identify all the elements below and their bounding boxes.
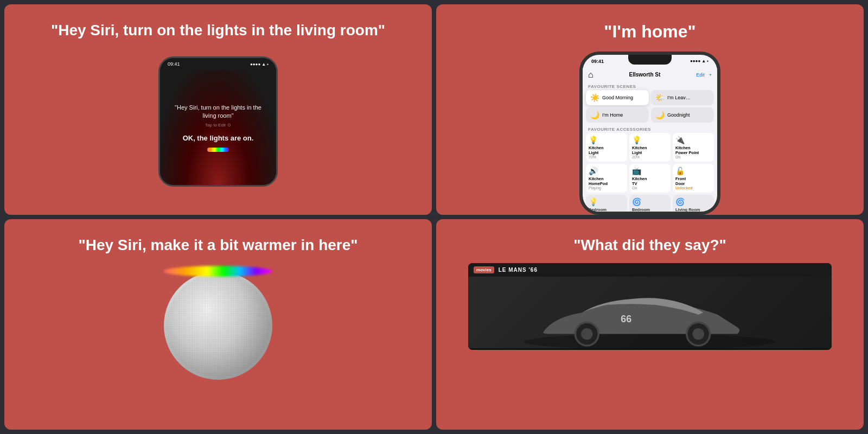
- homepod-quote: "Hey Siri, make it a bit warmer in here": [46, 235, 390, 255]
- acc-kitchen-light-1[interactable]: 💡 KitchenLight 70%: [586, 133, 627, 162]
- homepod-body: [164, 271, 272, 380]
- location-title: Ellsworth St: [629, 72, 661, 78]
- acc-power-icon: 🔌: [675, 136, 711, 144]
- scene-leaving-label: I'm Leav…: [667, 95, 691, 100]
- acc-kitchen-homepod[interactable]: 🔊 KitchenHomePod Playing: [586, 164, 627, 193]
- iphone-home-mockup: 09:41 ●●●● ▲ ▪ ⌂ Ellsworth St Edit +: [579, 52, 720, 215]
- acc-bedroom-light[interactable]: 💡 BedroomLight 2 Off: [586, 195, 627, 212]
- panel-homepod: "Hey Siri, make it a bit warmer in here": [4, 219, 432, 430]
- movie-screen: movies LE MANS '66 66: [468, 263, 832, 350]
- wifi-icon: ▲: [261, 62, 266, 67]
- svg-point-2: [581, 328, 592, 340]
- right-column: "I'm home" 09:41 ●●●● ▲ ▪ ⌂ Ellsworth St…: [436, 4, 864, 430]
- battery-icon: ▪: [267, 62, 269, 67]
- panel-what-say: "What did they say?" movies LE MANS '66 …: [436, 219, 864, 430]
- scenes-grid: ☀️ Good Morning 🌤️ I'm Leav… 🌙 I'm Home …: [583, 90, 717, 123]
- siri-time: 09:41: [168, 61, 180, 67]
- scene-home-label: I'm Home: [602, 112, 623, 118]
- scene-moon-icon: 🌙: [590, 111, 599, 119]
- scene-moon2-icon: 🌙: [655, 111, 665, 119]
- home-time: 09:41: [591, 59, 604, 64]
- svg-point-4: [693, 328, 704, 340]
- siri-lights-quote: "Hey Siri, turn on the lights in the liv…: [18, 21, 418, 40]
- home-icon[interactable]: ⌂: [588, 70, 593, 80]
- scene-goodnight[interactable]: 🌙 Goodnight: [651, 107, 714, 123]
- scene-goodnight-label: Goodnight: [667, 112, 690, 118]
- scene-cloud-icon: 🌤️: [655, 93, 665, 102]
- acc-bulb-icon-3: 💡: [589, 197, 624, 206]
- scene-sun-icon: ☀️: [590, 93, 599, 102]
- acc-speaker-icon: 🔊: [589, 167, 624, 175]
- acc-kitchen-power[interactable]: 🔌 KitchenPower Point On: [673, 133, 714, 162]
- acc-livingroom-fan[interactable]: 🌀 Living RoomFan On: [673, 195, 714, 212]
- movies-badge: movies: [474, 266, 494, 273]
- homepod-illustration: [164, 266, 272, 380]
- scene-good-morning-label: Good Morning: [602, 95, 633, 100]
- iphone-siri-mockup: 09:41 ●●●● ▲ ▪ "Hey Siri, turn on the li…: [158, 56, 278, 187]
- homepod-ring: [164, 266, 272, 277]
- signal-icon: ●●●●: [250, 62, 260, 67]
- siri-screen: "Hey Siri, turn on the lights in the liv…: [160, 70, 276, 185]
- acc-bulb-icon-1: 💡: [589, 136, 624, 144]
- scene-im-home[interactable]: 🌙 I'm Home: [586, 107, 649, 123]
- scene-im-leaving[interactable]: 🌤️ I'm Leav…: [651, 90, 714, 105]
- acc-bedroom-fan[interactable]: 🌀 BedroomFan Off Off: [629, 195, 671, 212]
- panel-imhome: "I'm home" 09:41 ●●●● ▲ ▪ ⌂ Ellsworth St…: [436, 4, 864, 215]
- siri-transcript: "Hey Siri, turn on the lights in the liv…: [169, 104, 267, 120]
- acc-kitchen-light-2[interactable]: 💡 KitchenLight 20%: [629, 133, 671, 162]
- what-say-quote: "What did they say?": [552, 235, 748, 255]
- scene-good-morning[interactable]: ☀️ Good Morning: [586, 90, 649, 105]
- accessories-grid: 💡 KitchenLight 70% 💡 KitchenLight 20% 🔌 …: [583, 133, 717, 212]
- scenes-section-title: Favourite Scenes: [583, 82, 717, 90]
- home-nav: ⌂ Ellsworth St Edit +: [583, 68, 717, 82]
- siri-status-bar: 09:41 ●●●● ▲ ▪: [160, 58, 276, 70]
- acc-lock-icon: 🔓: [675, 167, 711, 175]
- iphone-notch: [628, 55, 672, 65]
- accessories-section-title: Favourite Accessories: [583, 125, 717, 133]
- add-button[interactable]: +: [709, 72, 712, 78]
- tap-edit-label[interactable]: Tap to Edit ⊙: [205, 123, 231, 127]
- movie-image: 66: [468, 277, 832, 348]
- home-app-content: ⌂ Ellsworth St Edit + Favourite Scenes ☀…: [583, 68, 717, 212]
- acc-kitchen-tv[interactable]: 📺 KitchenTV On: [629, 164, 671, 193]
- left-column: "Hey Siri, turn on the lights in the liv…: [4, 4, 432, 430]
- siri-response-text: OK, the lights are on.: [183, 134, 254, 142]
- edit-button[interactable]: Edit: [696, 72, 705, 78]
- home-battery-icon: ▪: [707, 59, 709, 63]
- imhome-quote: "I'm home": [582, 21, 718, 43]
- svg-text:66: 66: [621, 314, 631, 324]
- acc-fan-icon-2: 🌀: [675, 197, 711, 206]
- acc-tv-icon: 📺: [632, 167, 668, 175]
- acc-bulb-icon-2: 💡: [632, 136, 668, 144]
- svg-point-0: [524, 334, 776, 350]
- acc-fan-icon-1: 🌀: [632, 197, 668, 206]
- siri-orb: [207, 148, 229, 152]
- car-illustration: 66: [505, 264, 795, 350]
- acc-front-door[interactable]: 🔓 FrontDoor Unlocked: [673, 164, 714, 193]
- panel-siri-lights: "Hey Siri, turn on the lights in the liv…: [4, 4, 432, 215]
- home-wifi-icon: ▲: [701, 59, 706, 63]
- nav-actions: Edit +: [696, 72, 712, 78]
- home-signal-icon: ●●●●: [690, 59, 700, 63]
